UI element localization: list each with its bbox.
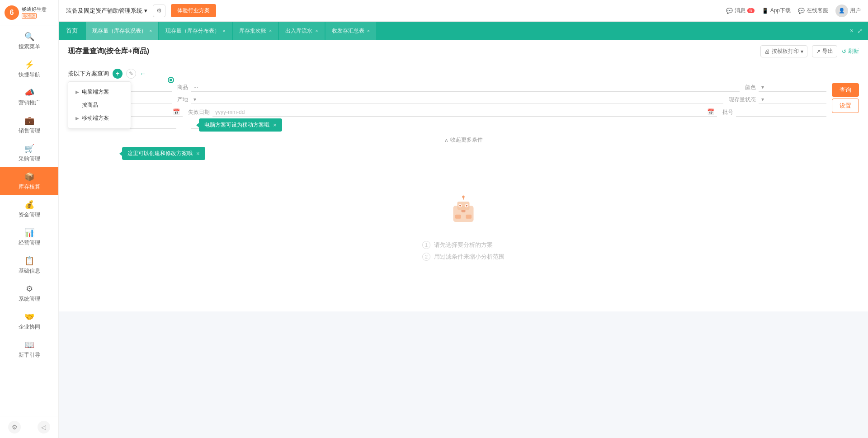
sidebar-settings-btn[interactable]: ⚙: [8, 421, 21, 433]
filter-row-3: 生产日期 yyyy-mm-dd 📅 失效日期 yyyy-mm-dd 📅: [68, 108, 826, 117]
sidebar-item-marketing[interactable]: 📣 营销推广: [0, 83, 58, 111]
sidebar-item-operations[interactable]: 📊 经营管理: [0, 223, 58, 251]
filter-item-color: 颜色 ▾: [745, 83, 826, 92]
filter-item-origin: 产地 ▾: [177, 95, 723, 104]
enterprise-icon: 🤝: [24, 312, 34, 322]
svg-rect-6: [462, 210, 466, 212]
filter-row-4: 现存量（主） —: [68, 120, 826, 129]
system-icon: ⚙: [26, 284, 33, 294]
tab-flow-close[interactable]: ×: [315, 28, 318, 33]
tab-flow-label: 出入库流水: [285, 27, 312, 35]
sidebar-item-sales[interactable]: 💼 销售管理: [0, 111, 58, 139]
schema-item-pc[interactable]: ▶ 电脑端方案: [68, 85, 131, 99]
sidebar-item-purchase[interactable]: 🛒 采购管理: [0, 139, 58, 167]
tab-summary[interactable]: 收发存汇总表 ×: [326, 22, 376, 40]
stock-main-dash: —: [181, 122, 186, 128]
app-download-action[interactable]: 📱 App下载: [762, 7, 791, 14]
stock-status-dropdown-icon: ▾: [761, 96, 764, 103]
refresh-icon: ↺: [842, 48, 846, 55]
tab-batch-account-close[interactable]: ×: [269, 28, 272, 33]
tab-inventory-dist[interactable]: 现存量（库存分布表） ×: [159, 22, 231, 40]
sidebar-item-finance[interactable]: 💰 资金管理: [0, 195, 58, 223]
origin-label: 产地: [177, 96, 188, 104]
sidebar-bottom: ⚙ ◁: [0, 416, 58, 438]
filter-item-stock-status: 现存量状态 ▾: [729, 95, 826, 104]
origin-select[interactable]: ▾: [191, 95, 723, 104]
sidebar-item-search-label: 搜索菜单: [19, 43, 40, 51]
sidebar-item-basic[interactable]: 📋 基础信息: [0, 251, 58, 279]
logo-tag: 标准版: [22, 13, 37, 19]
tab-inventory-status-close[interactable]: ×: [149, 28, 152, 33]
sidebar-item-system[interactable]: ⚙ 系统管理: [0, 279, 58, 307]
schema-item-product[interactable]: 按商品: [68, 99, 131, 112]
product-select[interactable]: ···: [191, 83, 740, 92]
tooltip-edit-text: 这里可以创建和修改方案哦: [127, 150, 193, 157]
tooltip-pc: 电脑方案可设为移动方案哦 ×: [199, 118, 282, 132]
support-icon: 💬: [798, 8, 805, 14]
tab-flow[interactable]: 出入库流水 ×: [279, 22, 324, 40]
exp-date-calendar-icon[interactable]: 📅: [707, 108, 714, 115]
stock-status-label: 现存量状态: [729, 96, 756, 104]
operations-icon: 📊: [24, 228, 34, 238]
sidebar-item-search[interactable]: 🔍 搜索菜单: [0, 27, 58, 55]
tab-batch-account-label: 库存批次账: [239, 27, 266, 35]
online-support-action[interactable]: 💬 在线客服: [798, 7, 828, 14]
basic-icon: 📋: [24, 256, 34, 266]
collapse-up-icon: ∧: [444, 137, 448, 143]
system-title: 装备及固定资产辅助管理系统: [66, 7, 142, 15]
filter-add-button[interactable]: +: [113, 69, 123, 79]
sidebar-item-system-label: 系统管理: [19, 295, 40, 303]
exp-date-input[interactable]: yyyy-mm-dd 📅: [212, 108, 717, 117]
svg-point-4: [459, 205, 461, 207]
sidebar-item-inventory[interactable]: 📦 库存核算: [0, 167, 58, 195]
tooltip-edit-close[interactable]: ×: [196, 150, 200, 157]
system-title-area[interactable]: 装备及固定资产辅助管理系统 ▾: [66, 7, 147, 15]
sidebar-nav: 🔍 搜索菜单 ⚡ 快捷导航 📣 营销推广 💼 销售管理 🛒 采购管理 📦 库存核…: [0, 25, 58, 416]
tab-close-all-icon[interactable]: ×: [850, 27, 854, 34]
sidebar-item-guide[interactable]: 📖 新手引导: [0, 335, 58, 363]
sidebar-item-enterprise[interactable]: 🤝 企业协同: [0, 307, 58, 335]
logo-text: 畅通好生意 标准版: [22, 6, 47, 19]
refresh-button[interactable]: ↺ 刷新: [842, 47, 859, 55]
tab-expand-icon[interactable]: ⤢: [857, 27, 863, 34]
sidebar-collapse-btn[interactable]: ◁: [38, 421, 50, 433]
tab-home-label: 首页: [66, 27, 78, 35]
print-label: 按模板打印: [772, 47, 799, 55]
sidebar-item-guide-label: 新手引导: [19, 351, 40, 359]
user-area[interactable]: 👤 用户: [835, 5, 861, 17]
tab-inventory-dist-label: 现存量（库存分布表）: [165, 27, 220, 35]
refresh-label: 刷新: [848, 47, 859, 55]
message-label: 消息: [735, 7, 745, 14]
sidebar-item-inventory-label: 库存核算: [19, 183, 40, 191]
tab-batch-account[interactable]: 库存批次账 ×: [233, 22, 278, 40]
message-action[interactable]: 💬 消息 6: [726, 7, 755, 14]
tab-inventory-dist-close[interactable]: ×: [222, 28, 225, 33]
step1-text: 请先选择要分析的方案: [434, 239, 493, 251]
exp-date-label: 失效日期: [188, 108, 210, 116]
collapse-button[interactable]: ∧ 收起更多条件: [68, 132, 859, 147]
filter-arrow-button[interactable]: ←: [140, 70, 146, 77]
batch-input[interactable]: [736, 108, 826, 117]
reset-button[interactable]: 设置: [832, 99, 859, 113]
prod-date-calendar-icon[interactable]: 📅: [173, 108, 180, 115]
export-button[interactable]: ↗ 导出: [812, 45, 837, 57]
schema-tree: ▶ 电脑端方案 按商品 ▶ 移动端方案: [68, 81, 131, 129]
tab-home[interactable]: 首页: [59, 22, 85, 40]
sidebar-item-finance-label: 资金管理: [19, 211, 40, 219]
print-button[interactable]: 🖨 按模板打印 ▾: [760, 45, 807, 57]
sidebar-item-quicknav[interactable]: ⚡ 快捷导航: [0, 55, 58, 83]
schema-item-mobile[interactable]: ▶ 移动端方案: [68, 112, 131, 125]
tab-inventory-status[interactable]: 现存量（库存状况表） ×: [86, 22, 158, 40]
stock-status-select[interactable]: ▾: [759, 95, 826, 104]
empty-steps: 1 请先选择要分析的方案 2 用过滤条件来缩小分析范围: [422, 239, 505, 263]
query-button[interactable]: 查询: [832, 83, 859, 97]
filter-row-1: 仓库 ··· 商品 ··· 颜色: [68, 83, 826, 92]
settings-button[interactable]: ⚙: [153, 5, 165, 17]
page-actions: 🖨 按模板打印 ▾ ↗ 导出 ↺ 刷新: [760, 45, 859, 57]
color-select[interactable]: ▾: [759, 83, 826, 92]
logo-icon: 6: [5, 5, 19, 20]
tooltip-pc-close[interactable]: ×: [273, 122, 277, 128]
trial-button[interactable]: 体验行业方案: [171, 4, 216, 17]
tab-summary-close[interactable]: ×: [367, 28, 370, 33]
filter-edit-button[interactable]: ✎: [126, 69, 136, 79]
